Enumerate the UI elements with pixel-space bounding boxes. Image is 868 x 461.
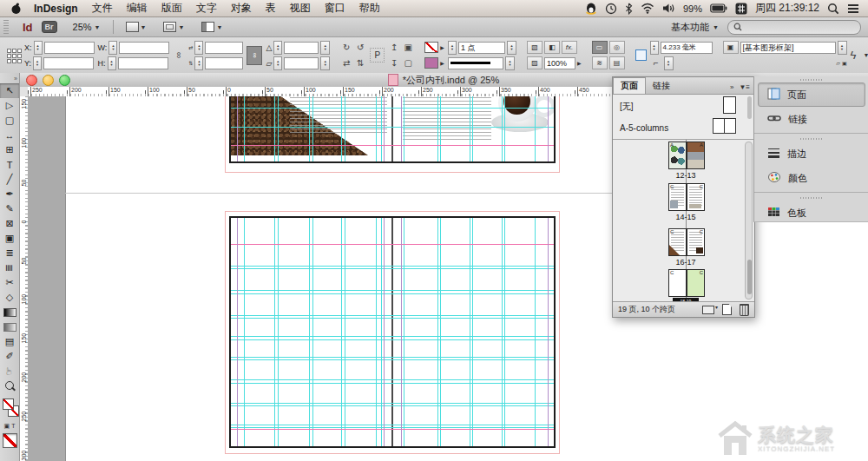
fill-swatch[interactable] xyxy=(424,57,438,69)
tab-links[interactable]: 链接 xyxy=(646,78,677,94)
apply-none-button[interactable] xyxy=(3,433,17,448)
time-machine-icon[interactable] xyxy=(605,3,617,15)
rectangle-tool[interactable]: ▣ xyxy=(0,231,19,246)
dock-item-color[interactable]: 颜色 xyxy=(758,166,865,190)
shear-field[interactable] xyxy=(284,57,319,69)
page-tool[interactable]: ▢ xyxy=(0,113,19,128)
rotation-field[interactable] xyxy=(284,42,319,54)
bridge-button[interactable]: Br xyxy=(42,21,57,33)
menu-item[interactable]: 文件 xyxy=(92,1,113,16)
wrap-jump-button[interactable]: ▤ xyxy=(609,56,625,69)
menu-item[interactable]: 视图 xyxy=(290,1,311,16)
shear-combo[interactable]: ▲▼ xyxy=(320,56,330,70)
corner-radius-stepper[interactable]: ▲▼ xyxy=(650,41,659,55)
stroke-type-dropdown[interactable] xyxy=(448,57,503,69)
scale-y-stepper[interactable]: ▲▼ xyxy=(194,56,203,70)
page-thumbnail[interactable]: C xyxy=(687,183,705,211)
shear-stepper[interactable]: ▲▼ xyxy=(273,56,282,70)
page-thumbnail[interactable]: C xyxy=(668,183,687,211)
menu-item[interactable]: 帮助 xyxy=(359,1,380,16)
select-next-object-button[interactable]: ▢ xyxy=(402,58,414,68)
clear-overrides-icon[interactable]: ▣ xyxy=(842,60,847,66)
pen-tool[interactable]: ✒ xyxy=(0,187,19,201)
fx-button[interactable]: fx. xyxy=(562,41,577,54)
select-previous-object-button[interactable]: ▣ xyxy=(402,43,414,52)
input-method-icon[interactable] xyxy=(735,3,747,15)
tools-panel-collapse[interactable]: » xyxy=(0,73,19,83)
wrap-none-button[interactable]: ▭ xyxy=(592,41,608,54)
tab-pages[interactable]: 页面 xyxy=(613,77,646,94)
rotation-stepper[interactable]: ▲▼ xyxy=(273,41,282,55)
rotate-cw-button[interactable]: ↻ xyxy=(340,43,352,52)
hand-tool[interactable]: ☞ xyxy=(0,364,19,379)
eyedropper-tool[interactable]: ✐ xyxy=(0,349,19,364)
scale-y-field[interactable] xyxy=(205,57,243,69)
fill-stroke-swatches[interactable] xyxy=(0,397,19,423)
qq-icon[interactable] xyxy=(585,2,597,15)
dock-item-links[interactable]: 链接 xyxy=(758,107,865,131)
y-stepper[interactable]: ▲▼ xyxy=(33,56,42,70)
note-tool[interactable]: ▤ xyxy=(0,334,19,349)
opacity-arrow[interactable]: ▶ xyxy=(577,60,582,66)
spread-thumbnail[interactable]: CC xyxy=(668,269,705,297)
wifi-icon[interactable] xyxy=(641,3,654,14)
flip-horizontal-button[interactable]: ⇄ xyxy=(340,58,352,68)
scale-x-stepper[interactable]: ▲▼ xyxy=(194,41,203,55)
page-thumbnail[interactable]: A xyxy=(668,142,687,169)
notification-list-icon[interactable] xyxy=(847,3,859,14)
masters-scrollbar[interactable] xyxy=(747,96,752,119)
h-stepper[interactable]: ▲▼ xyxy=(108,56,116,70)
arrange-documents-button[interactable]: ▼ xyxy=(198,20,226,34)
select-content-button[interactable]: ↧ xyxy=(388,58,400,68)
master-none-thumbnail[interactable] xyxy=(723,96,736,114)
selection-tool[interactable]: ↖ xyxy=(0,83,19,98)
spread-label[interactable]: 12-13 xyxy=(660,171,712,180)
dock-item-stroke[interactable]: 描边 xyxy=(758,142,865,166)
break-link-style-icon[interactable]: ▱ xyxy=(836,60,840,66)
menu-item[interactable]: 文字 xyxy=(196,1,217,16)
object-style-dropdown[interactable]: [基本图形框架] xyxy=(740,42,836,54)
flip-vertical-button[interactable]: ⇅ xyxy=(354,58,366,68)
x-stepper[interactable]: ▲▼ xyxy=(34,41,43,55)
w-stepper[interactable]: ▲▼ xyxy=(108,41,117,55)
wrap-bounding-box-button[interactable]: ◎ xyxy=(609,41,625,54)
menu-item[interactable]: 表 xyxy=(266,1,276,16)
spread-thumbnail[interactable]: CC xyxy=(668,228,705,256)
rotation-combo[interactable]: ▲▼ xyxy=(320,41,330,55)
stroke-weight-field[interactable]: 1 点 xyxy=(458,42,505,54)
wrap-object-shape-button[interactable]: ≋ xyxy=(592,56,608,69)
format-container-button[interactable]: ▣ xyxy=(4,423,10,430)
select-container-button[interactable]: ↥ xyxy=(388,43,400,52)
horizontal-grid-tool[interactable]: ≣ xyxy=(0,246,19,260)
corner-radius-field[interactable]: 4.233 毫米 xyxy=(661,42,713,54)
rotate-ccw-button[interactable]: ↺ xyxy=(354,43,366,52)
h-field[interactable] xyxy=(118,57,168,69)
format-text-button[interactable]: T xyxy=(11,423,15,430)
app-menu-indesign[interactable]: InDesign xyxy=(34,3,78,15)
free-transform-tool[interactable]: ◇ xyxy=(0,290,19,305)
stroke-type-combo[interactable]: ▲▼ xyxy=(505,56,515,70)
spotlight-search-icon[interactable] xyxy=(827,3,839,15)
menu-item[interactable]: 对象 xyxy=(231,1,252,16)
panel-menu-icon[interactable]: ▼≡ xyxy=(739,83,750,91)
master-a5-thumbnail-left[interactable] xyxy=(713,118,725,134)
master-a5-thumbnail-right[interactable] xyxy=(724,118,736,134)
top-spread-pages[interactable] xyxy=(229,96,556,163)
menu-clock[interactable]: 周四 21:39:12 xyxy=(755,1,819,16)
spread-thumbnail[interactable]: CC xyxy=(668,183,705,211)
constrain-scale-link-button[interactable]: ∞ xyxy=(247,46,262,65)
page-thumbnail[interactable]: C xyxy=(668,228,687,256)
pages-scrollbar-thumb[interactable] xyxy=(747,260,752,294)
bottom-spread-pages[interactable] xyxy=(229,216,556,448)
volume-icon[interactable] xyxy=(662,3,675,14)
scissors-tool[interactable]: ✂ xyxy=(0,275,19,290)
page-thumbnail[interactable]: C xyxy=(687,269,705,297)
menu-item[interactable]: 版面 xyxy=(161,1,182,16)
menu-item[interactable]: 编辑 xyxy=(127,1,148,16)
fill-swatch-arrow[interactable]: ▶ xyxy=(440,60,444,66)
w-field[interactable] xyxy=(119,42,169,54)
object-style-combo[interactable]: ▲▼ xyxy=(838,41,847,55)
line-tool[interactable]: ╱ xyxy=(0,172,19,187)
stroke-weight-combo[interactable]: ▲▼ xyxy=(507,41,516,55)
stroke-weight-stepper[interactable]: ▲▼ xyxy=(448,41,457,55)
